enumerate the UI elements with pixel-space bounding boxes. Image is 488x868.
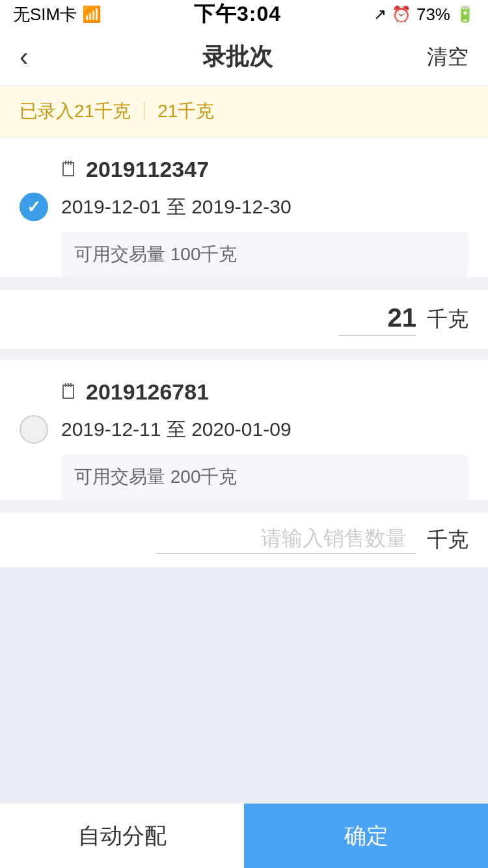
input-unit-2: 千克 bbox=[427, 526, 468, 554]
batch-header-1: 🗒 2019112347 bbox=[59, 157, 468, 182]
location-icon: ↗ bbox=[373, 5, 386, 23]
batch-id-2: 2019126781 bbox=[86, 379, 209, 405]
status-time: 下午3:04 bbox=[194, 0, 281, 29]
batch-icon-1: 🗒 bbox=[59, 157, 79, 182]
batch-available-1: 可用交易量 100千克 bbox=[61, 232, 468, 277]
bottom-area bbox=[0, 568, 488, 802]
banner-divider bbox=[144, 102, 144, 120]
alarm-icon: ⏰ bbox=[392, 5, 411, 23]
batch-card-1: 🗒 2019112347 2019-12-01 至 2019-12-30 可用交… bbox=[0, 137, 488, 277]
status-network: 无SIM卡 📶 bbox=[13, 3, 102, 26]
batch-card-2: 🗒 2019126781 2019-12-11 至 2020-01-09 可用交… bbox=[0, 360, 488, 500]
section-gap bbox=[0, 349, 488, 360]
bottom-bar: 自动分配 确定 bbox=[0, 803, 488, 868]
batch-radio-1[interactable] bbox=[20, 193, 48, 221]
qty-input-2[interactable] bbox=[156, 526, 416, 554]
qty-unit-1: 千克 bbox=[427, 305, 468, 334]
back-button[interactable]: ‹ bbox=[20, 42, 59, 72]
qty-row-1: 21 千克 bbox=[0, 290, 488, 349]
no-sim-label: 无SIM卡 bbox=[13, 3, 77, 26]
batch-id-1: 2019112347 bbox=[86, 157, 209, 182]
status-right: ↗ ⏰ 73% 🔋 bbox=[373, 5, 475, 25]
input-row-2: 千克 bbox=[0, 513, 488, 568]
qty-value-1: 21 bbox=[338, 303, 416, 336]
batch-row-2: 2019-12-11 至 2020-01-09 bbox=[20, 415, 468, 444]
info-banner: 已录入21千克 21千克 bbox=[0, 86, 488, 137]
batch-date-2: 2019-12-11 至 2020-01-09 bbox=[61, 416, 291, 443]
battery-icon: 🔋 bbox=[455, 5, 475, 23]
batch-available-2: 可用交易量 200千克 bbox=[61, 454, 468, 500]
recorded-label: 已录入21千克 bbox=[20, 99, 131, 124]
battery-percentage: 73% bbox=[416, 5, 450, 25]
status-bar: 无SIM卡 📶 下午3:04 ↗ ⏰ 73% 🔋 bbox=[0, 0, 488, 29]
recorded-value: 21千克 bbox=[157, 99, 214, 124]
confirm-button[interactable]: 确定 bbox=[244, 804, 488, 868]
batch-radio-2[interactable] bbox=[20, 415, 48, 444]
batch-row-1: 2019-12-01 至 2019-12-30 bbox=[20, 193, 468, 221]
wifi-icon: 📶 bbox=[82, 5, 102, 23]
clear-button[interactable]: 清空 bbox=[416, 43, 468, 72]
batch-date-1: 2019-12-01 至 2019-12-30 bbox=[61, 194, 291, 221]
auto-distribute-button[interactable]: 自动分配 bbox=[0, 804, 244, 868]
nav-bar: ‹ 录批次 清空 bbox=[0, 29, 488, 86]
page-title: 录批次 bbox=[202, 41, 273, 73]
batch-header-2: 🗒 2019126781 bbox=[59, 379, 468, 405]
batch-icon-2: 🗒 bbox=[59, 380, 79, 404]
